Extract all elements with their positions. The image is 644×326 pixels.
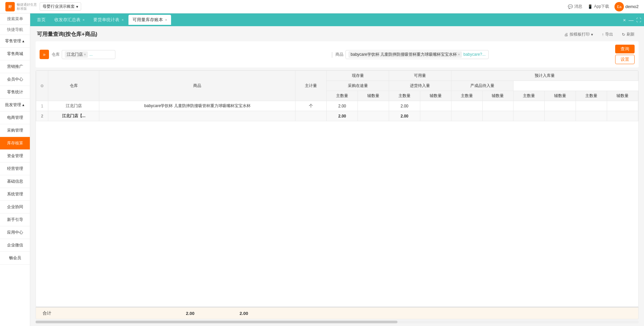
- footer-empty-product: [69, 311, 157, 316]
- product-more[interactable]: babycare?...: [463, 52, 485, 57]
- filter-actions: 查询 设置: [615, 45, 635, 64]
- col-stock-header: 现存量: [327, 71, 389, 81]
- inventory-table: ⚙ 仓库 商品 主计量 现存量 可用量 预计入库量 采购在途量 进货待入量: [36, 71, 638, 121]
- warehouse-tag: 江北门店 ×: [65, 51, 88, 58]
- footer-stock-main: 2.00: [177, 311, 204, 316]
- tab-home[interactable]: 首页: [33, 15, 50, 25]
- sidebar-item-inventory[interactable]: 库存核算: [0, 137, 30, 150]
- close-window-icon[interactable]: ×: [623, 17, 626, 23]
- sidebar-nav[interactable]: 快捷导航: [0, 25, 30, 35]
- setting-btn[interactable]: 设置: [615, 55, 635, 64]
- row-inc-sub: [545, 101, 576, 111]
- row-inc-sub-group: [545, 111, 576, 121]
- logo-icon: 好: [5, 2, 15, 11]
- close-icon[interactable]: ×: [83, 18, 85, 22]
- sidebar-item-operations[interactable]: 经营管理: [0, 162, 30, 175]
- col-unit-header: 主计量: [296, 71, 327, 101]
- row-avail-main: 2.00: [389, 101, 420, 111]
- export-btn[interactable]: ↑ 导出: [599, 30, 616, 39]
- row-avail-sub: [420, 101, 451, 111]
- footer-values: 2.00 2.00: [69, 311, 632, 316]
- row-fin-main-group: [576, 111, 607, 121]
- col-pur-sub: 辅数量: [482, 91, 514, 101]
- chevron-up-icon: ▲: [22, 39, 25, 43]
- product-filter-group: 商品 babycare学饮杯 儿童防摔防撞吸管杯重力球吸嘴杯宝宝水杯 × bab…: [335, 50, 612, 59]
- top-bar-left: 好 畅捷通好生意 标准版 母婴行业演示账套 ▾: [5, 2, 81, 11]
- col-incoming-header: 进货待入量: [389, 81, 451, 91]
- remove-warehouse-tag[interactable]: ×: [84, 52, 86, 56]
- sidebar-item-retail-mall[interactable]: 零售商城: [0, 48, 30, 60]
- sidebar-item-system[interactable]: 系统管理: [0, 188, 30, 201]
- bottom-scrollbar[interactable]: [36, 321, 639, 323]
- top-bar: 好 畅捷通好生意 标准版 母婴行业演示账套 ▾ 💬 消息 📱 App下载 Ea …: [0, 0, 644, 13]
- app-download-btn[interactable]: 📱 App下载: [588, 4, 609, 9]
- avatar: Ea: [614, 2, 624, 11]
- row-inc-main: [514, 101, 545, 111]
- tab-stock-summary[interactable]: 收发存汇总表 ×: [50, 15, 89, 25]
- table-footer: 合计 2.00 2.00: [36, 307, 639, 319]
- row-fin-sub-group: [607, 111, 638, 121]
- row-pur-main: [451, 101, 482, 111]
- product-tag-input[interactable]: babycare学饮杯 儿童防摔防撞吸管杯重力球吸嘴杯宝宝水杯 × babyca…: [345, 50, 488, 59]
- main-layout: 搜索菜单 快捷导航 零售管理 ▲ 零售商城 营销推广 会员中心 零售统计 批发管…: [0, 13, 644, 326]
- sidebar-item-member2[interactable]: 畅会员: [0, 252, 30, 265]
- sidebar-item-ecommerce[interactable]: 电商管理: [0, 111, 30, 124]
- close-icon[interactable]: ×: [165, 18, 167, 22]
- col-avail-sub: 辅数量: [420, 91, 451, 101]
- row-pur-sub: [482, 101, 514, 111]
- export-icon: ↑: [602, 32, 604, 37]
- sidebar-item-wecom[interactable]: 企业微信: [0, 239, 30, 252]
- footer-empty-unit: [157, 311, 177, 316]
- table-wrapper: ⚙ 仓库 商品 主计量 现存量 可用量 预计入库量 采购在途量 进货待入量: [36, 70, 639, 307]
- sidebar-item-enterprise[interactable]: 企业协同: [0, 201, 30, 214]
- sidebar-item-member[interactable]: 会员中心: [0, 73, 30, 86]
- filter-area: » 仓库 江北门店 × ... | 商品: [36, 41, 639, 67]
- sidebar-item-app-center[interactable]: 应用中心: [0, 226, 30, 239]
- gear-icon[interactable]: ⚙: [40, 84, 44, 88]
- sidebar-search[interactable]: 搜索菜单: [0, 13, 30, 25]
- tab-bar-actions: × — ⛶: [623, 17, 641, 23]
- col-settings-header[interactable]: ⚙: [36, 71, 48, 101]
- sidebar-item-retail-mgmt[interactable]: 零售管理 ▲: [0, 35, 30, 48]
- row-fin-sub: [607, 101, 638, 111]
- sidebar-item-finance[interactable]: 资金管理: [0, 150, 30, 162]
- refresh-btn[interactable]: ↻ 刷新: [619, 30, 637, 39]
- col-finished-header: 产成品待入量: [451, 81, 514, 91]
- minimize-icon[interactable]: —: [629, 17, 634, 23]
- remove-product-tag[interactable]: ×: [458, 52, 460, 56]
- user-profile[interactable]: Ea demo2: [614, 2, 639, 11]
- message-btn[interactable]: 💬 消息: [568, 4, 582, 9]
- refresh-icon: ↻: [622, 32, 625, 37]
- footer-stock-sub: [204, 311, 230, 316]
- row-warehouse-group: 江北门店【...: [48, 111, 99, 121]
- col-pur-main: 主数量: [451, 91, 482, 101]
- print-btn[interactable]: 🖨 按模板打印 ▾: [561, 30, 596, 39]
- tab-order-stats[interactable]: 要货单统计表 ×: [89, 15, 127, 25]
- chevron-down-icon: ▾: [76, 4, 78, 9]
- sidebar-item-basic-info[interactable]: 基础信息: [0, 175, 30, 188]
- col-available-header: 可用量: [389, 71, 451, 81]
- row-product: babycare学饮杯 儿童防摔防撞吸管杯重力球吸嘴杯宝宝水杯: [99, 101, 296, 111]
- row-unit: 个: [296, 101, 327, 111]
- query-btn[interactable]: 查询: [615, 45, 635, 53]
- warehouse-tag-input[interactable]: 江北门店 × ...: [62, 50, 115, 59]
- tab-available-inventory[interactable]: 可用量库存账本 ×: [128, 15, 171, 25]
- sidebar-item-marketing[interactable]: 营销推广: [0, 60, 30, 73]
- row-product-group: [99, 111, 296, 121]
- logo-area: 好 畅捷通好生意 标准版: [5, 2, 37, 11]
- phone-icon: 📱: [588, 4, 593, 9]
- row-fin-main: [576, 101, 607, 111]
- maximize-icon[interactable]: ⛶: [636, 17, 641, 23]
- col-expected-header: 预计入库量: [451, 71, 638, 81]
- col-warehouse-header: 仓库: [48, 71, 99, 101]
- sidebar-item-guide[interactable]: 新手引导: [0, 214, 30, 226]
- sidebar-item-retail-stats[interactable]: 零售统计: [0, 86, 30, 99]
- filter-toggle-btn[interactable]: »: [40, 50, 49, 59]
- tenant-select[interactable]: 母婴行业演示账套 ▾: [40, 2, 81, 11]
- row-avail-sub-group: [420, 111, 451, 121]
- content-area: 首页 收发存汇总表 × 要货单统计表 × 可用量库存账本 × × — ⛶: [30, 13, 644, 326]
- warehouse-more[interactable]: ...: [89, 52, 93, 57]
- sidebar-item-purchase[interactable]: 采购管理: [0, 124, 30, 137]
- close-icon[interactable]: ×: [121, 18, 123, 22]
- sidebar-item-wholesale[interactable]: 批发管理 ▲: [0, 99, 30, 111]
